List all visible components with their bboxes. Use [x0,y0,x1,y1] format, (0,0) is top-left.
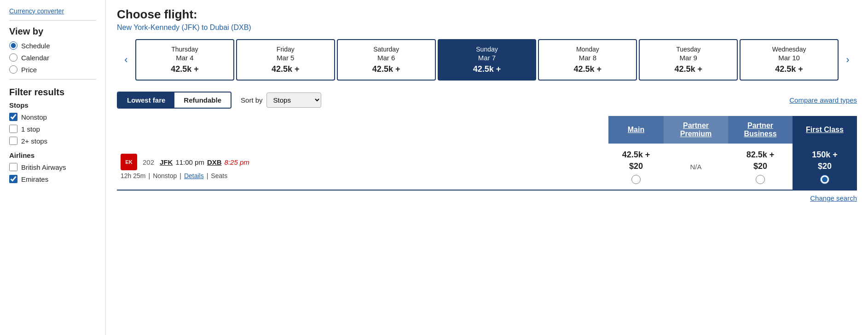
date-wed: Mar 10 [744,54,834,62]
dest-code: DXB [207,158,222,166]
date-mon: Mar 8 [543,54,632,62]
date-thu: Mar 4 [140,54,230,62]
stop-2plus-label: 2+ stops [21,137,47,145]
col-header-first-class[interactable]: First Class [793,116,857,144]
fare-partner-business-price: 82.5k + $20 [732,149,789,172]
airline-british-airways-label: British Airways [21,163,66,171]
date-card-sun[interactable]: Sunday Mar 7 42.5k + [438,39,537,81]
airlines-logo: EK [121,154,137,170]
stops-title: Stops [9,101,96,109]
stop-nonstop-label: Nonstop [21,113,47,121]
view-schedule[interactable]: Schedule [9,41,96,50]
price-tue: 42.5k + [643,64,733,74]
date-prev-button[interactable]: ‹ [117,39,135,81]
date-sun: Mar 7 [442,54,532,62]
price-fri: 42.5k + [241,64,330,74]
day-thu: Thursday [140,46,230,53]
sort-select[interactable]: Stops Price Duration [266,92,321,108]
currency-converter-link[interactable]: Currency converter [9,7,96,15]
fare-controls: Lowest fare Refundable Sort by Stops Pri… [117,92,857,109]
fare-partner-business-radio[interactable] [732,175,789,184]
change-search-link[interactable]: Change search [810,194,857,202]
col-header-empty [117,116,608,144]
fare-tab-lowest[interactable]: Lowest fare [118,92,174,108]
date-next-button[interactable]: › [839,39,857,81]
col-partner-premium-link[interactable]: Partner Premium [680,121,712,138]
stop-2plus[interactable]: 2+ stops [9,137,96,145]
day-tue: Tuesday [643,46,733,53]
separator2: | [179,172,181,179]
fare-first-class-radio[interactable] [796,175,853,184]
date-fri: Mar 5 [241,54,330,62]
details-link[interactable]: Details [184,172,204,179]
fare-main-radio[interactable] [612,175,660,184]
fare-main[interactable]: 42.5k + $20 [608,144,664,190]
sort-container: Sort by Stops Price Duration [241,92,321,108]
fare-first-class-price: 150k + $20 [796,149,853,172]
flight-info-cell: EK 202 JFK 11:00 pm DXB 8:25 pm [117,144,608,190]
airline-emirates[interactable]: Emirates [9,175,96,183]
col-main-link[interactable]: Main [628,126,644,133]
date-card-wed[interactable]: Wednesday Mar 10 42.5k + [740,39,839,81]
col-header-partner-business[interactable]: Partner Business [728,116,793,144]
view-price-label: Price [21,66,37,74]
separator1: | [148,172,150,179]
price-wed: 42.5k + [744,64,834,74]
main-content: Choose flight: New York-Kennedy (JFK) to… [106,0,868,335]
fare-partner-premium: N/A [664,144,728,190]
fare-partner-premium-na: N/A [667,163,724,171]
flight-route: JFK 11:00 pm DXB 8:25 pm [160,158,249,166]
date-card-thu[interactable]: Thursday Mar 4 42.5k + [135,39,234,81]
change-search-row: Change search [117,191,857,202]
date-cards: Thursday Mar 4 42.5k + Friday Mar 5 42.5… [135,39,839,81]
fare-partner-business[interactable]: 82.5k + $20 [728,144,793,190]
stop-nonstop[interactable]: Nonstop [9,113,96,121]
airline-british-airways[interactable]: British Airways [9,163,96,171]
depart-time: 11:00 pm [175,158,204,166]
date-selector: ‹ Thursday Mar 4 42.5k + Friday Mar 5 42… [117,39,857,81]
price-sat: 42.5k + [341,64,431,74]
view-by-group: Schedule Calendar Price [9,41,96,74]
fare-tab-refundable[interactable]: Refundable [174,92,231,108]
day-fri: Friday [241,46,330,53]
fare-main-price: 42.5k + $20 [612,149,660,172]
arrive-time: 8:25 pm [225,158,249,166]
col-header-main[interactable]: Main [608,116,664,144]
date-card-sat[interactable]: Saturday Mar 6 42.5k + [337,39,436,81]
date-tue: Mar 9 [643,54,733,62]
compare-award-link[interactable]: Compare award types [789,96,857,104]
stops-group: Nonstop 1 stop 2+ stops [9,113,96,145]
route-subtitle: New York-Kennedy (JFK) to Dubai (DXB) [117,23,857,32]
col-first-link[interactable]: First Class [806,126,844,133]
origin-code: JFK [160,158,173,166]
flight-duration: 12h 25m [121,172,145,179]
sidebar: Currency converter View by Schedule Cale… [0,0,106,335]
view-price[interactable]: Price [9,65,96,74]
seats-label: Seats [211,172,227,179]
date-card-mon[interactable]: Monday Mar 8 42.5k + [538,39,637,81]
flight-stops: Nonstop [153,172,177,179]
sort-label: Sort by [241,96,263,104]
day-sat: Saturday [341,46,431,53]
view-calendar[interactable]: Calendar [9,53,96,62]
results-table: Main Partner Premium Partner Business Fi… [117,116,857,191]
col-partner-business-link[interactable]: Partner Business [744,121,776,138]
price-sun: 42.5k + [442,64,532,74]
fare-tabs: Lowest fare Refundable [117,92,231,109]
airlines-group: British Airways Emirates [9,163,96,183]
view-by-title: View by [9,26,96,37]
col-header-partner-premium[interactable]: Partner Premium [664,116,728,144]
flight-number: 202 [143,158,154,166]
date-card-fri[interactable]: Friday Mar 5 42.5k + [236,39,335,81]
stop-1[interactable]: 1 stop [9,125,96,133]
date-card-tue[interactable]: Tuesday Mar 9 42.5k + [639,39,738,81]
page-title: Choose flight: [117,7,857,22]
airline-emirates-label: Emirates [21,175,48,183]
airlines-title: Airlines [9,151,96,159]
svg-text:EK: EK [125,159,132,165]
day-sun: Sunday [442,46,532,53]
day-mon: Monday [543,46,632,53]
separator3: | [207,172,208,179]
price-thu: 42.5k + [140,64,230,74]
fare-first-class[interactable]: 150k + $20 [793,144,857,190]
